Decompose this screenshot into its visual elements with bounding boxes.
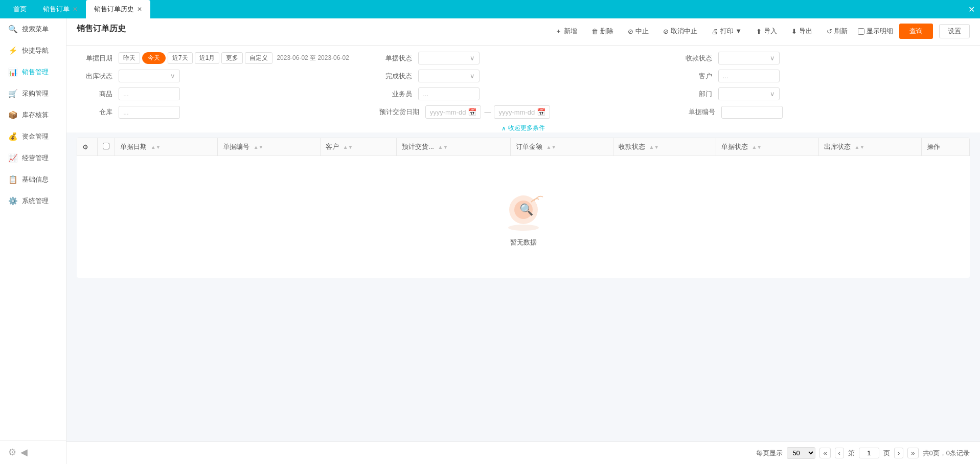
operations-icon: 📈 — [8, 153, 18, 163]
tab-sales-history[interactable]: 销售订单历史 ✕ — [86, 0, 150, 18]
export-button[interactable]: ⬇ 导出 — [787, 25, 816, 38]
receipt-label: 收款状态 — [676, 54, 712, 63]
th-delivery-sort[interactable]: ▲▼ — [438, 144, 448, 150]
th-customer-sort[interactable]: ▲▼ — [343, 144, 353, 150]
tab-sales-history-close[interactable]: ✕ — [137, 6, 142, 13]
th-setting[interactable]: ⚙ — [77, 138, 98, 156]
window-close-icon[interactable]: ✕ — [968, 5, 975, 14]
tab-home[interactable]: 首页 — [5, 0, 35, 18]
sidebar-item-basic-info[interactable]: 📋 基础信息 — [0, 169, 66, 190]
status-select[interactable]: ∨ — [418, 52, 480, 64]
tab-sales-order[interactable]: 销售订单 ✕ — [35, 0, 86, 18]
refresh-button[interactable]: ↺ 刷新 — [823, 25, 852, 38]
delete-button[interactable]: 🗑 删除 — [587, 25, 618, 38]
date-yesterday[interactable]: 昨天 — [119, 52, 140, 64]
set-button[interactable]: 设置 — [939, 24, 970, 38]
sidebar-item-finance[interactable]: 💰 资金管理 — [0, 126, 66, 147]
delivery-label: 预计交货日期 — [373, 107, 419, 117]
status-arrow-icon: ∨ — [470, 54, 475, 62]
out-select[interactable]: ∨ — [119, 70, 180, 82]
sidebar-item-operations[interactable]: 📈 经营管理 — [0, 147, 66, 169]
th-date-label: 单据日期 — [120, 143, 147, 150]
top-bar: 首页 销售订单 ✕ 销售订单历史 ✕ ✕ — [0, 0, 980, 18]
per-page-select[interactable]: 50 10 20 100 — [787, 447, 815, 459]
sidebar-item-purchase-mgmt[interactable]: 🛒 采购管理 — [0, 83, 66, 104]
th-receipt-status-label: 收款状态 — [619, 143, 645, 150]
import-button[interactable]: ⬆ 导入 — [752, 25, 781, 38]
query-button[interactable]: 查询 — [899, 24, 933, 39]
th-action-label: 操作 — [927, 143, 940, 150]
status-control: ∨ — [418, 52, 670, 64]
delete-icon: 🗑 — [591, 28, 598, 35]
warehouse-label: 仓库 — [77, 107, 112, 117]
tab-sales-order-close[interactable]: ✕ — [73, 6, 78, 13]
sidebar-item-inventory[interactable]: 📦 库存核算 — [0, 104, 66, 126]
delivery-from-input[interactable]: yyyy-mm-dd 📅 — [425, 105, 482, 119]
th-check[interactable] — [98, 138, 115, 156]
customer-input[interactable]: ... — [718, 70, 780, 82]
salesperson-input[interactable]: ... — [418, 87, 480, 100]
show-detail-checkbox[interactable] — [858, 28, 864, 35]
complete-label: 完成状态 — [376, 72, 412, 81]
complete-select[interactable]: ∨ — [418, 70, 480, 82]
tab-home-label: 首页 — [13, 5, 27, 14]
th-action: 操作 — [921, 138, 969, 156]
sidebar-item-sys-mgmt[interactable]: ⚙️ 系统管理 — [0, 190, 66, 212]
complete-arrow-icon: ∨ — [470, 72, 475, 80]
sidebar: 🔍 搜索菜单 ⚡ 快捷导航 📊 销售管理 🛒 采购管理 📦 库存核算 💰 资金管… — [0, 18, 66, 464]
last-page-button[interactable]: » — [907, 448, 918, 458]
table-header: ⚙ 单据日期 ▲▼ 单据编号 ▲▼ 客户 ▲▼ — [77, 138, 970, 156]
delivery-to-input[interactable]: yyyy-mm-dd 📅 — [494, 105, 550, 119]
date-1month[interactable]: 近1月 — [195, 52, 220, 64]
th-amount-sort[interactable]: ▲▼ — [546, 144, 556, 150]
orderno-input[interactable] — [721, 106, 783, 119]
receipt-select[interactable]: ∨ — [718, 52, 780, 64]
sidebar-bottom: ⚙ ◀ — [0, 440, 66, 464]
complete-placeholder — [423, 72, 425, 80]
date-7days[interactable]: 近7天 — [168, 52, 193, 64]
sidebar-item-quick-nav[interactable]: ⚡ 快捷导航 — [0, 40, 66, 61]
th-no-sort[interactable]: ▲▼ — [254, 144, 264, 150]
cancel-stop-button[interactable]: ⊘ 取消中止 — [659, 25, 701, 38]
th-bill-status-sort[interactable]: ▲▼ — [751, 144, 762, 150]
receipt-control: ∨ — [718, 52, 970, 64]
first-page-button[interactable]: « — [819, 448, 830, 458]
page-input[interactable] — [859, 448, 879, 458]
print-button[interactable]: 🖨 打印 ▼ — [708, 25, 746, 38]
collapse-button[interactable]: ∧ 收起更多条件 — [77, 124, 970, 132]
toolbar: ＋ 新增 🗑 删除 ⊘ 中止 ⊘ 取消中止 — [551, 24, 970, 45]
out-placeholder — [123, 72, 125, 80]
warehouse-input[interactable]: ... — [119, 106, 180, 119]
select-all-checkbox[interactable] — [103, 143, 109, 149]
goods-input[interactable]: ... — [119, 87, 180, 100]
dept-control: ∨ — [718, 87, 970, 100]
sidebar-collapse-icon[interactable]: ◀ — [20, 447, 28, 458]
th-amount: 订单金额 ▲▼ — [510, 138, 613, 156]
filter-inner: 单据日期 昨天 今天 近7天 近1月 更多 自定义 2023-06-02 至 2… — [66, 46, 980, 132]
th-no-label: 单据编号 — [223, 143, 249, 150]
sidebar-item-sales-mgmt[interactable]: 📊 销售管理 — [0, 61, 66, 83]
th-date-sort[interactable]: ▲▼ — [151, 144, 161, 150]
stop-label: 中止 — [635, 27, 649, 36]
stop-button[interactable]: ⊘ 中止 — [624, 25, 653, 38]
date-more[interactable]: 更多 — [221, 52, 243, 64]
empty-state: 🔍 暂无数据 — [77, 156, 970, 278]
cancel-stop-label: 取消中止 — [671, 27, 697, 36]
sidebar-item-search-menu[interactable]: 🔍 搜索菜单 — [0, 18, 66, 40]
top-bar-right: ✕ — [968, 5, 975, 14]
empty-text: 暂无数据 — [510, 238, 537, 247]
sidebar-item-sales-mgmt-label: 销售管理 — [22, 68, 49, 77]
refresh-icon: ↺ — [827, 28, 832, 35]
date-custom[interactable]: 自定义 — [245, 52, 272, 64]
next-page-button[interactable]: › — [894, 448, 903, 458]
prev-page-button[interactable]: ‹ — [835, 448, 844, 458]
new-button[interactable]: ＋ 新增 — [551, 25, 581, 38]
th-receipt-status-sort[interactable]: ▲▼ — [649, 144, 659, 150]
date-today[interactable]: 今天 — [142, 52, 166, 64]
page-unit: 页 — [883, 449, 890, 458]
sidebar-settings-icon[interactable]: ⚙ — [8, 447, 16, 458]
status-placeholder — [423, 54, 425, 62]
th-out-status-sort[interactable]: ▲▼ — [854, 144, 864, 150]
basic-info-icon: 📋 — [8, 175, 18, 184]
dept-select[interactable]: ∨ — [718, 87, 780, 100]
